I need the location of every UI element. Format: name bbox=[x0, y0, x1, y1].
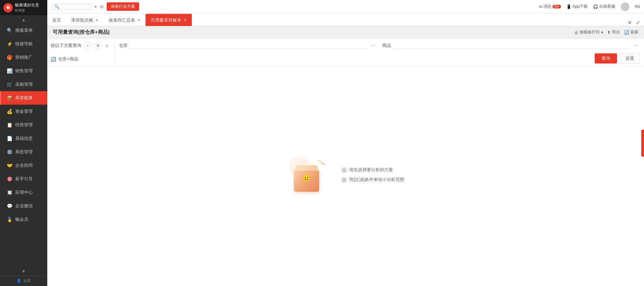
settings-button[interactable]: 设置 bbox=[620, 53, 640, 63]
sidebar-item-apps[interactable]: 🔲 应用中心 bbox=[0, 186, 47, 199]
tab-close-all-button[interactable]: ✕ bbox=[626, 19, 633, 26]
sidebar-item-member[interactable]: 🏅 畅会员 bbox=[0, 213, 47, 226]
message-icon: ✉ bbox=[539, 4, 542, 9]
sidebar-item-operation[interactable]: 📋 经营管理 bbox=[0, 118, 47, 132]
sidebar-bottom-icon: 👤 bbox=[17, 279, 21, 283]
tab-batch[interactable]: 库存批次账 ✕ bbox=[66, 14, 104, 26]
export-label: 导出 bbox=[612, 29, 620, 35]
product-more-button[interactable]: ··· bbox=[633, 43, 640, 49]
topbar-gear-icon[interactable]: ⚙ bbox=[100, 4, 104, 9]
app-logo: 畅 bbox=[3, 3, 13, 12]
sidebar-item-label: 资金管理 bbox=[15, 108, 33, 114]
query-settings-button[interactable]: ⚙ bbox=[94, 42, 102, 49]
warehouse-filter-label: 仓库 bbox=[119, 43, 128, 49]
tab-home[interactable]: 首页 bbox=[47, 14, 66, 26]
inventory-icon: 📦 bbox=[6, 95, 12, 101]
tab-expand-button[interactable]: ⤢ bbox=[635, 19, 641, 26]
sidebar-item-enterprise[interactable]: 🤝 企业协同 bbox=[0, 159, 47, 172]
sidebar-bottom[interactable]: 👤 设置 bbox=[0, 275, 47, 286]
apps-icon: 🔲 bbox=[6, 190, 12, 195]
filter-area: 仓库 ··· 商品 ··· 查询 设置 bbox=[115, 38, 644, 67]
sidebar-scroll-up[interactable]: ▲ bbox=[0, 16, 47, 24]
message-badge: 99+ bbox=[552, 5, 561, 8]
basic-icon: 📄 bbox=[6, 136, 12, 141]
sidebar-scroll-down[interactable]: ▼ bbox=[0, 267, 47, 275]
tab-batch-close[interactable]: ✕ bbox=[95, 18, 99, 23]
sidebar-item-label: 经营管理 bbox=[15, 122, 33, 128]
query-add-button[interactable]: + bbox=[84, 42, 92, 49]
query-label: 按以下方案查询 bbox=[51, 43, 81, 49]
print-label: 按模板打印 bbox=[579, 29, 600, 35]
tab-summary-label: 收发存汇总表 bbox=[109, 17, 135, 23]
print-button[interactable]: 🖨 按模板打印 ▾ bbox=[574, 29, 603, 35]
app-name: 畅康通好生意 bbox=[15, 3, 39, 8]
topbar-right: ✉ 消息 99+ 📱 App下载 🎧 在线客服 Rit bbox=[539, 2, 640, 11]
wechat-icon: 💬 bbox=[6, 203, 12, 209]
empty-illustration: 😐 bbox=[287, 156, 328, 197]
right-scroll-handle[interactable] bbox=[641, 130, 644, 157]
tip-2-text: 用[过滤]条件来缩小分析范围 bbox=[349, 177, 404, 183]
member-icon: 🏅 bbox=[6, 217, 12, 222]
refresh-icon: 🔄 bbox=[624, 30, 629, 35]
industry-solution-button[interactable]: 体验行业方案 bbox=[107, 2, 139, 11]
user-avatar[interactable] bbox=[621, 2, 629, 11]
scheme-item-warehouse[interactable]: 🔄 仓库+商品 bbox=[47, 55, 114, 63]
search-icon: 🔍 bbox=[54, 4, 59, 9]
system-icon: ⚙️ bbox=[6, 149, 12, 155]
sidebar-item-sales[interactable]: 📊 销售管理 bbox=[0, 64, 47, 78]
topbar-dropdown-icon[interactable]: ▾ bbox=[95, 4, 97, 9]
sidebar-item-label: 应用中心 bbox=[15, 189, 33, 196]
sidebar-item-shortcut[interactable]: ⚡ 快捷导航 bbox=[0, 37, 47, 51]
service-icon: 🎧 bbox=[593, 4, 598, 9]
tabs-right-buttons: ✕ ⤢ bbox=[626, 19, 644, 26]
warehouse-more-button[interactable]: ··· bbox=[369, 43, 377, 49]
sidebar-item-label: 采购管理 bbox=[15, 81, 33, 87]
sidebar-item-label: 基础信息 bbox=[15, 135, 33, 141]
sidebar-item-newbie[interactable]: 🎯 新手引导 bbox=[0, 172, 47, 186]
filter-actions: 查询 设置 bbox=[119, 52, 640, 63]
refresh-label: 刷新 bbox=[630, 29, 639, 35]
scheme-panel: 按以下方案查询 + ⚙ « 🔄 仓库+商品 bbox=[47, 38, 115, 67]
product-filter-label: 商品 bbox=[382, 43, 391, 49]
sidebar-item-inventory[interactable]: 📦 库存核算 bbox=[0, 91, 47, 105]
search-icon: 🔍 bbox=[6, 28, 12, 33]
shortcut-icon: ⚡ bbox=[6, 41, 12, 47]
warehouse-filter-input[interactable] bbox=[130, 43, 367, 49]
sidebar-item-system[interactable]: ⚙️ 系统管理 bbox=[0, 145, 47, 159]
app-download-button[interactable]: 📱 App下载 bbox=[566, 4, 588, 9]
online-service-button[interactable]: 🎧 在线客服 bbox=[593, 4, 615, 9]
topbar-search-box[interactable]: 🔍 bbox=[51, 3, 92, 10]
online-service-label: 在线客服 bbox=[599, 4, 615, 9]
empty-state: 😐 1 请先选择要分析的方案 2 用[过滤]条件来缩小分析范围 bbox=[47, 67, 644, 286]
tab-available-close[interactable]: ✕ bbox=[183, 18, 187, 23]
tab-summary[interactable]: 收发存汇总表 ✕ bbox=[104, 14, 146, 26]
sidebar: 畅 畅康通好生意 标准版 ▲ 🔍 搜索菜单 ⚡ 快捷导航 🎁 营销推广 📊 销售… bbox=[0, 0, 47, 286]
export-button[interactable]: ⬆ 导出 bbox=[607, 29, 620, 35]
message-button[interactable]: ✉ 消息 99+ bbox=[539, 4, 561, 9]
sidebar-item-basic[interactable]: 📄 基础信息 bbox=[0, 132, 47, 145]
sidebar-item-label: 快捷导航 bbox=[15, 41, 33, 47]
settings-icon: ⚙ bbox=[96, 44, 100, 48]
sidebar-item-marketing[interactable]: 🎁 营销推广 bbox=[0, 51, 47, 64]
sales-icon: 📊 bbox=[6, 68, 12, 74]
sidebar-item-purchase[interactable]: 🛒 采购管理 bbox=[0, 78, 47, 91]
sidebar-item-label: 营销推广 bbox=[15, 54, 33, 60]
query-collapse-button[interactable]: « bbox=[106, 43, 108, 48]
sidebar-bottom-label: 设置 bbox=[23, 278, 31, 283]
sidebar-item-finance[interactable]: 💰 资金管理 bbox=[0, 105, 47, 118]
sidebar-item-search[interactable]: 🔍 搜索菜单 bbox=[0, 24, 47, 37]
product-filter-input[interactable] bbox=[393, 43, 631, 49]
print-dropdown-icon[interactable]: ▾ bbox=[601, 30, 603, 35]
tab-summary-close[interactable]: ✕ bbox=[137, 18, 140, 23]
query-button[interactable]: 查询 bbox=[595, 53, 617, 63]
refresh-button[interactable]: 🔄 刷新 bbox=[624, 29, 639, 35]
sidebar-item-wechat[interactable]: 💬 企业微信 bbox=[0, 199, 47, 213]
tab-available-label: 可用量库存账本 bbox=[151, 17, 181, 23]
tab-available[interactable]: 可用量库存账本 ✕ bbox=[146, 14, 192, 26]
sidebar-item-label: 销售管理 bbox=[15, 68, 33, 74]
operation-icon: 📋 bbox=[6, 122, 12, 128]
warehouse-filter-group: 仓库 ··· bbox=[119, 43, 377, 49]
query-panel: 按以下方案查询 + ⚙ « 🔄 仓库+商品 bbox=[47, 38, 644, 67]
topbar-search-input[interactable] bbox=[61, 4, 88, 9]
filter-row: 仓库 ··· 商品 ··· bbox=[119, 42, 640, 49]
